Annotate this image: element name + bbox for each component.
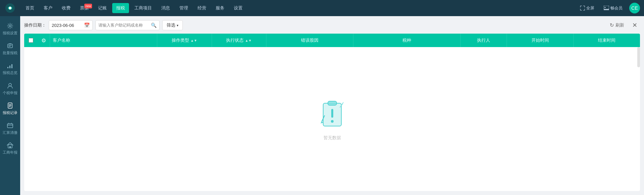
nav-item-invoice[interactable]: 票据new bbox=[76, 3, 93, 13]
search-box[interactable]: 🔍 bbox=[95, 20, 160, 30]
svg-rect-9 bbox=[585, 9, 585, 10]
nav-item-tax[interactable]: 报税 bbox=[112, 3, 129, 13]
svg-rect-15 bbox=[7, 67, 8, 68]
top-right-actions: 全屏 畅会员 CE bbox=[577, 3, 640, 13]
empty-state: 暂无数据 bbox=[317, 97, 347, 141]
settings-icon bbox=[6, 22, 14, 30]
svg-rect-25 bbox=[328, 101, 337, 105]
sidebar-label-settlement: 汇算清缴 bbox=[3, 130, 17, 135]
nav-item-settings[interactable]: 设置 bbox=[230, 3, 247, 13]
checkbox-all[interactable] bbox=[29, 38, 33, 43]
search-icon[interactable]: 🔍 bbox=[151, 23, 157, 28]
new-badge-invoice: new bbox=[84, 4, 92, 8]
batch-icon bbox=[6, 42, 14, 49]
column-header-executor: 执行人 bbox=[460, 34, 507, 47]
svg-point-13 bbox=[9, 25, 11, 27]
fullscreen-button[interactable]: 全屏 bbox=[577, 4, 597, 12]
nav-item-services[interactable]: 服务 bbox=[212, 3, 228, 13]
refresh-icon: ↻ bbox=[610, 22, 614, 28]
close-button[interactable]: ✕ bbox=[630, 21, 640, 30]
refresh-label: 刷新 bbox=[615, 22, 624, 28]
settlement-icon bbox=[6, 122, 14, 129]
nav-item-operation[interactable]: 经营 bbox=[194, 3, 210, 13]
sidebar-label-tax-records: 报税记录 bbox=[3, 111, 17, 115]
column-header-status: 执行状态 ▲▼ bbox=[212, 34, 266, 47]
column-header-error: 错误股因 bbox=[266, 34, 353, 47]
column-header-end: 结束时间 bbox=[573, 34, 640, 47]
person-icon bbox=[6, 82, 14, 89]
sidebar-label-tax-summary: 报税总览 bbox=[3, 71, 17, 75]
sort-icon-optype[interactable]: ▲▼ bbox=[190, 39, 197, 42]
filter-button[interactable]: 筛选 ▾ bbox=[162, 20, 183, 30]
svg-rect-20 bbox=[7, 124, 13, 128]
filter-label: 筛选 bbox=[167, 22, 175, 28]
svg-rect-7 bbox=[580, 9, 581, 10]
date-picker[interactable]: 📅 bbox=[49, 20, 93, 30]
fullscreen-label: 全屏 bbox=[586, 5, 594, 11]
table-header: ⚙ 客户名称 操作类型 ▲▼ 执行状态 ▲▼ 错误股因 税种 bbox=[24, 34, 640, 47]
sort-icon-status[interactable]: ▲▼ bbox=[245, 39, 252, 42]
content-area: 操作日期： 📅 🔍 筛选 ▾ ↻ 刷新 ✕ bbox=[20, 16, 644, 195]
svg-point-18 bbox=[9, 83, 11, 86]
nav-item-accounts[interactable]: 记账 bbox=[94, 3, 111, 13]
logo[interactable] bbox=[4, 2, 16, 14]
svg-rect-27 bbox=[331, 109, 333, 118]
member-button[interactable]: 畅会员 bbox=[601, 4, 625, 12]
svg-rect-22 bbox=[9, 146, 11, 148]
data-table: ⚙ 客户名称 操作类型 ▲▼ 执行状态 ▲▼ 错误股因 税种 bbox=[24, 34, 640, 191]
empty-text: 暂无数据 bbox=[324, 135, 341, 141]
nav-item-bizproject[interactable]: 工商项目 bbox=[130, 3, 156, 13]
sidebar: 报税设置批量报税报税总览个税申报报税记录汇算清缴工商年报 bbox=[0, 16, 20, 195]
date-input[interactable] bbox=[52, 23, 82, 28]
svg-rect-5 bbox=[585, 6, 585, 7]
nav-item-messages[interactable]: 消息 bbox=[157, 3, 174, 13]
member-label: 畅会员 bbox=[610, 5, 622, 11]
sidebar-label-batch-tax: 批量报税 bbox=[3, 51, 17, 55]
date-label: 操作日期： bbox=[24, 22, 46, 28]
nav-item-billing[interactable]: 收费 bbox=[58, 3, 75, 13]
top-navigation: 首页客户收费票据new记账报税工商项目消息管理经营服务设置 全屏 畅会员 CE bbox=[0, 0, 644, 16]
nav-item-home[interactable]: 首页 bbox=[22, 3, 38, 13]
sidebar-item-tax-settings[interactable]: 报税设置 bbox=[0, 19, 20, 39]
svg-rect-3 bbox=[580, 6, 581, 7]
column-header-customer: 客户名称 bbox=[50, 34, 157, 47]
sidebar-item-tax-records[interactable]: 报税记录 bbox=[0, 99, 20, 118]
empty-illustration bbox=[317, 97, 347, 131]
svg-point-1 bbox=[9, 7, 11, 9]
avatar[interactable]: CE bbox=[629, 3, 640, 13]
column-header-tax: 税种 bbox=[353, 34, 460, 47]
select-all-checkbox[interactable] bbox=[24, 38, 38, 43]
column-settings-icon[interactable]: ⚙ bbox=[38, 37, 50, 44]
sidebar-label-personal-tax: 个税申报 bbox=[3, 91, 17, 95]
svg-rect-12 bbox=[604, 9, 609, 10]
records-icon bbox=[6, 102, 14, 109]
svg-marker-32 bbox=[342, 102, 344, 104]
column-header-optype: 操作类型 ▲▼ bbox=[157, 34, 211, 47]
toolbar: 操作日期： 📅 🔍 筛选 ▾ ↻ 刷新 ✕ bbox=[24, 20, 640, 30]
nav-item-customer[interactable]: 客户 bbox=[40, 3, 56, 13]
svg-rect-14 bbox=[8, 44, 12, 48]
sidebar-item-settlement[interactable]: 汇算清缴 bbox=[0, 118, 20, 138]
svg-rect-16 bbox=[9, 66, 10, 68]
svg-rect-17 bbox=[11, 64, 12, 68]
nav-items: 首页客户收费票据new记账报税工商项目消息管理经营服务设置 bbox=[22, 3, 577, 13]
svg-rect-11 bbox=[604, 7, 606, 8]
svg-point-28 bbox=[331, 120, 334, 123]
sidebar-item-annual-report[interactable]: 工商年报 bbox=[0, 138, 20, 158]
nav-item-management[interactable]: 管理 bbox=[175, 3, 192, 13]
search-input[interactable] bbox=[98, 23, 149, 28]
summary-icon bbox=[6, 62, 14, 69]
sidebar-label-tax-settings: 报税设置 bbox=[3, 31, 17, 35]
table-body: 暂无数据 bbox=[24, 47, 640, 191]
refresh-button[interactable]: ↻ 刷新 bbox=[607, 21, 627, 30]
chevron-down-icon: ▾ bbox=[177, 24, 178, 27]
calendar-icon[interactable]: 📅 bbox=[84, 23, 90, 28]
main-layout: 报税设置批量报税报税总览个税申报报税记录汇算清缴工商年报 操作日期： 📅 🔍 筛… bbox=[0, 16, 644, 195]
annual-icon bbox=[6, 142, 14, 149]
column-header-start: 开始时间 bbox=[507, 34, 573, 47]
sidebar-label-annual-report: 工商年报 bbox=[3, 150, 17, 155]
table-scrollbar[interactable] bbox=[637, 47, 640, 67]
sidebar-item-personal-tax[interactable]: 个税申报 bbox=[0, 79, 20, 99]
sidebar-item-tax-summary[interactable]: 报税总览 bbox=[0, 58, 20, 78]
sidebar-item-batch-tax[interactable]: 批量报税 bbox=[0, 39, 20, 58]
